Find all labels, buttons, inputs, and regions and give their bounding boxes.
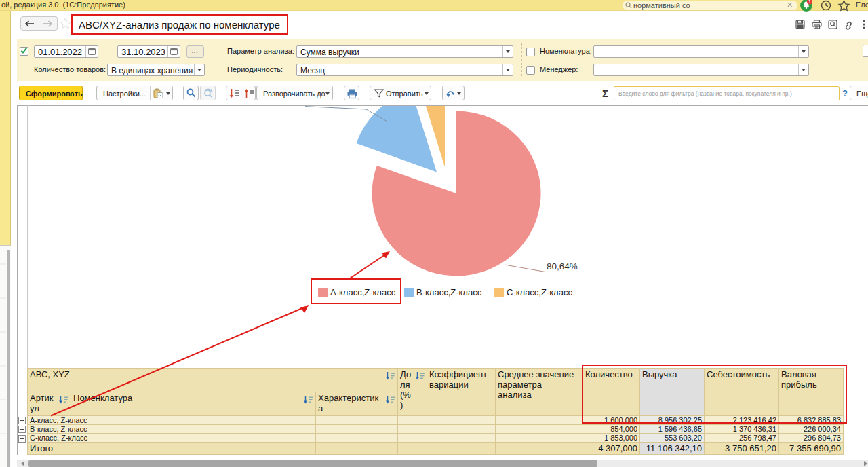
svg-text:80,64%: 80,64%	[547, 261, 578, 272]
svg-text:1: 1	[808, 0, 811, 4]
